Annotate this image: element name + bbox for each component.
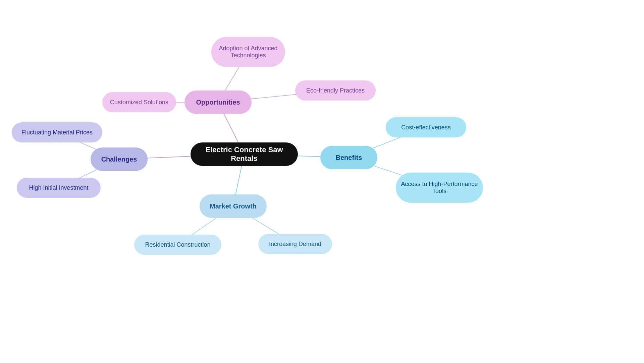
high-performance-tools-node: Access to High-Performance Tools (396, 173, 483, 203)
cost-effectiveness-node: Cost-effectiveness (386, 117, 466, 137)
increasing-demand-node: Increasing Demand (258, 234, 332, 254)
adoption-node: Adoption of Advanced Technologies (211, 37, 285, 67)
challenges-node: Challenges (91, 147, 148, 171)
mindmap-container: Electric Concrete Saw Rentals Opportunit… (0, 0, 644, 363)
residential-construction-node: Residential Construction (134, 235, 221, 255)
customized-solutions-node: Customized Solutions (102, 92, 176, 112)
ecofriendly-node: Eco-friendly Practices (295, 80, 376, 101)
opportunities-node: Opportunities (184, 90, 252, 114)
benefits-node: Benefits (320, 146, 377, 169)
high-investment-node: High Initial Investment (17, 178, 101, 198)
fluctuating-prices-node: Fluctuating Material Prices (12, 122, 102, 142)
market-growth-node: Market Growth (200, 194, 267, 218)
central-node: Electric Concrete Saw Rentals (191, 142, 298, 166)
